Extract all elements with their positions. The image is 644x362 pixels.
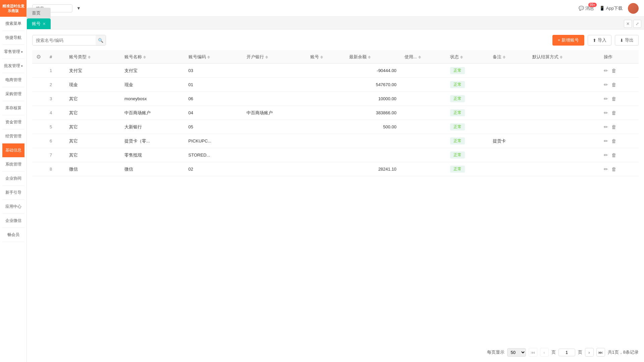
msg-badge: 99+ bbox=[588, 3, 597, 7]
sidebar-item-basic[interactable]: 基础信息 bbox=[2, 143, 24, 158]
export-button[interactable]: ⬇ 导出 bbox=[615, 35, 639, 46]
sort-icon-usage bbox=[418, 56, 421, 59]
delete-btn-4[interactable]: 🗑 bbox=[611, 124, 616, 130]
delete-btn-5[interactable]: 🗑 bbox=[611, 138, 616, 144]
table-row: 2 现金 现金 01 547670.00 正常 ✏ 🗑 bbox=[32, 78, 639, 92]
edit-btn-7[interactable]: ✏ bbox=[604, 166, 608, 172]
sidebar-item-label-ecommerce: 电商管理 bbox=[5, 77, 21, 82]
row-status-3: 正常 bbox=[446, 106, 489, 120]
row-action-1: ✏ 🗑 bbox=[600, 78, 639, 92]
topbar-msg-btn[interactable]: 💬 消息 99+ bbox=[579, 5, 594, 11]
sidebar-item-appstore[interactable]: 应用中心 bbox=[2, 200, 24, 214]
edit-btn-0[interactable]: ✏ bbox=[604, 68, 608, 74]
edit-btn-6[interactable]: ✏ bbox=[604, 152, 608, 158]
row-num-5: 6 bbox=[46, 134, 65, 148]
settings-col-icon[interactable]: ⚙ bbox=[36, 54, 41, 60]
row-usage-5 bbox=[400, 134, 446, 148]
delete-btn-3[interactable]: 🗑 bbox=[611, 110, 616, 116]
tab-home[interactable]: 首页 bbox=[27, 8, 51, 18]
edit-btn-3[interactable]: ✏ bbox=[604, 110, 608, 116]
delete-btn-2[interactable]: 🗑 bbox=[611, 96, 616, 102]
sidebar-item-search[interactable]: 搜索菜单 bbox=[2, 17, 24, 31]
page-unit-label: 页 bbox=[578, 349, 582, 355]
sidebar-item-inventory[interactable]: 库存核算 bbox=[2, 101, 24, 115]
sidebar-item-wechat[interactable]: 企业微信 bbox=[2, 214, 24, 228]
col-header-status[interactable]: 状态 bbox=[446, 50, 489, 64]
prev-page-btn[interactable]: ‹ bbox=[540, 348, 549, 357]
sidebar-item-purchase[interactable]: 采购管理 bbox=[2, 87, 24, 101]
edit-btn-2[interactable]: ✏ bbox=[604, 96, 608, 102]
col-header-account[interactable]: 账号 bbox=[306, 50, 345, 64]
table-row: 5 其它 大新银行 05 500.00 正常 ✏ 🗑 bbox=[32, 120, 639, 134]
tab-expand-btn[interactable]: ⤢ bbox=[633, 20, 641, 28]
search-input[interactable] bbox=[33, 36, 96, 45]
row-status-0: 正常 bbox=[446, 64, 489, 78]
row-remark-4 bbox=[489, 120, 528, 134]
tab-account[interactable]: 账号✕ bbox=[27, 18, 51, 29]
col-header-type[interactable]: 账号类型 bbox=[65, 50, 120, 64]
add-account-button[interactable]: + 新增账号 bbox=[552, 35, 584, 46]
row-action-0: ✏ 🗑 bbox=[600, 64, 639, 78]
row-num-4: 5 bbox=[46, 120, 65, 134]
col-header-settle[interactable]: 默认结算方式 bbox=[528, 50, 600, 64]
delete-btn-1[interactable]: 🗑 bbox=[611, 82, 616, 87]
sidebar-item-shortcut[interactable]: 快捷导航 bbox=[2, 31, 24, 45]
row-type-1: 现金 bbox=[65, 78, 120, 92]
page-input[interactable] bbox=[558, 349, 575, 356]
sort-icon-code bbox=[207, 56, 210, 59]
sort-icon-account bbox=[320, 56, 323, 59]
row-account-2 bbox=[306, 92, 345, 106]
col-header-name[interactable]: 账号名称 bbox=[120, 50, 184, 64]
row-remark-2 bbox=[489, 92, 528, 106]
tab-close-icon-account[interactable]: ✕ bbox=[43, 22, 46, 26]
row-remark-3 bbox=[489, 106, 528, 120]
sidebar-item-system[interactable]: 系统管理 bbox=[2, 158, 24, 172]
row-settings-3 bbox=[32, 106, 46, 120]
tab-close-all-btn[interactable]: ✕ bbox=[624, 20, 632, 28]
col-label-type: 账号类型 bbox=[69, 54, 87, 59]
col-header-remark[interactable]: 备注 bbox=[489, 50, 528, 64]
sidebar-item-member[interactable]: 畅会员 bbox=[2, 228, 24, 242]
row-settings-5 bbox=[32, 134, 46, 148]
row-usage-6 bbox=[400, 148, 446, 162]
next-page-btn[interactable]: › bbox=[585, 348, 594, 357]
last-page-btn[interactable]: ⏭ bbox=[596, 348, 605, 357]
sidebar-item-ecommerce[interactable]: 电商管理 bbox=[2, 73, 24, 87]
tabbar: 首页账号✕ ✕ ⤢ bbox=[27, 17, 644, 29]
sidebar-item-newbie[interactable]: 新手引导 bbox=[2, 186, 24, 200]
edit-btn-1[interactable]: ✏ bbox=[604, 82, 608, 88]
delete-btn-6[interactable]: 🗑 bbox=[611, 152, 616, 158]
user-avatar[interactable] bbox=[628, 3, 639, 14]
sidebar-item-retail[interactable]: 零售管理▾ bbox=[2, 45, 24, 59]
col-header-code[interactable]: 账号编码 bbox=[184, 50, 243, 64]
edit-btn-5[interactable]: ✏ bbox=[604, 138, 608, 144]
sidebar-item-wholesale[interactable]: 批发管理▾ bbox=[2, 59, 24, 73]
col-header-usage[interactable]: 使用... bbox=[400, 50, 446, 64]
first-page-btn[interactable]: ⏮ bbox=[529, 348, 537, 357]
sort-icon-status bbox=[460, 56, 463, 59]
topbar-dropdown[interactable]: ▼ bbox=[76, 6, 81, 11]
logo-text: 精准适时生意 乐燕版 bbox=[2, 4, 24, 13]
col-header-bank[interactable]: 开户银行 bbox=[243, 50, 307, 64]
sidebar-item-operation[interactable]: 经营管理 bbox=[2, 129, 24, 143]
delete-btn-0[interactable]: 🗑 bbox=[611, 68, 616, 73]
row-balance-0: -90444.00 bbox=[345, 64, 400, 78]
delete-btn-7[interactable]: 🗑 bbox=[611, 166, 616, 172]
topbar-app-btn[interactable]: 📱 App下载 bbox=[599, 5, 623, 11]
row-type-7: 微信 bbox=[65, 162, 120, 176]
sidebar-item-enterprise[interactable]: 企业协同 bbox=[2, 172, 24, 186]
edit-btn-4[interactable]: ✏ bbox=[604, 124, 608, 130]
row-status-5: 正常 bbox=[446, 134, 489, 148]
row-bank-5 bbox=[243, 134, 307, 148]
row-settle-5 bbox=[528, 134, 600, 148]
per-page-select[interactable]: 50 100 200 bbox=[507, 348, 526, 357]
row-balance-1: 547670.00 bbox=[345, 78, 400, 92]
sidebar-item-finance[interactable]: 资金管理 bbox=[2, 115, 24, 129]
search-button[interactable]: 🔍 bbox=[96, 35, 106, 45]
table-row: 1 支付宝 支付宝 03 -90444.00 正常 ✏ 🗑 bbox=[32, 64, 639, 78]
row-settings-7 bbox=[32, 162, 46, 176]
row-balance-3: 383866.00 bbox=[345, 106, 400, 120]
sort-icon-name bbox=[143, 56, 146, 59]
import-button[interactable]: ⬆ 导入 bbox=[588, 35, 611, 46]
col-header-balance[interactable]: 最新余额 bbox=[345, 50, 400, 64]
